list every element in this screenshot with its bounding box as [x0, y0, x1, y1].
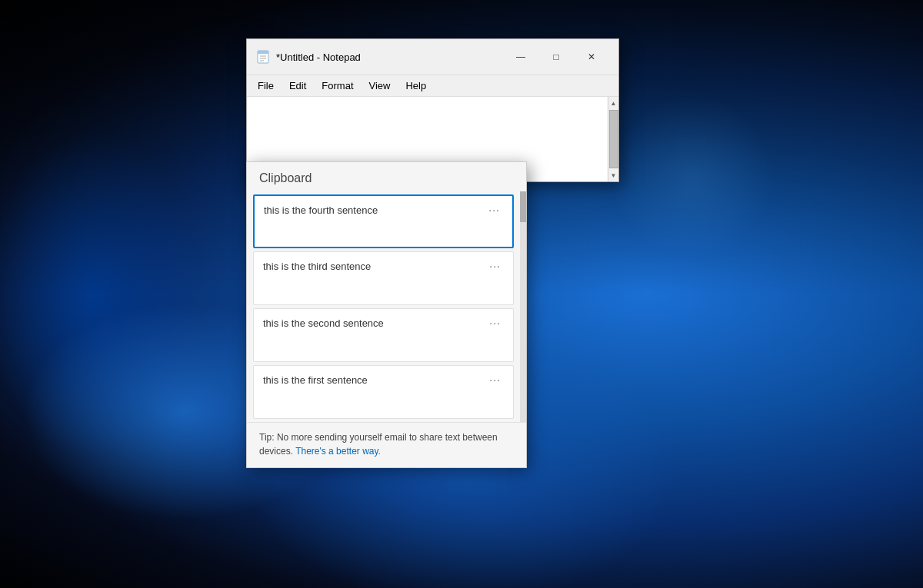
clipboard-item-3-text: this is the second sentence	[263, 317, 486, 331]
clipboard-item-3[interactable]: this is the second sentence ···	[253, 308, 514, 362]
scroll-down-arrow[interactable]: ▼	[608, 169, 619, 181]
tip-link[interactable]: There's a better way.	[295, 446, 381, 457]
menu-file[interactable]: File	[250, 77, 282, 95]
clipboard-scroll-container: this is the fourth sentence ··· this is …	[247, 191, 526, 422]
maximize-button[interactable]: □	[538, 45, 574, 68]
notepad-icon	[256, 50, 270, 64]
clipboard-scrollbar-thumb[interactable]	[520, 191, 526, 222]
clipboard-items-list: this is the fourth sentence ··· this is …	[247, 191, 520, 422]
notepad-window: *Untitled - Notepad — □ ✕ File Edit Form…	[246, 38, 619, 182]
minimize-button[interactable]: —	[503, 45, 538, 68]
title-bar: *Untitled - Notepad — □ ✕	[247, 39, 618, 75]
window-title: *Untitled - Notepad	[276, 51, 503, 63]
clipboard-tip: Tip: No more sending yourself email to s…	[247, 422, 526, 467]
clipboard-item-3-menu[interactable]: ···	[486, 317, 504, 329]
clipboard-item-1-text: this is the fourth sentence	[264, 204, 485, 218]
menu-edit[interactable]: Edit	[282, 77, 314, 95]
clipboard-item-2-text: this is the third sentence	[263, 260, 486, 274]
svg-rect-1	[258, 51, 268, 54]
clipboard-item-2[interactable]: this is the third sentence ···	[253, 251, 514, 305]
clipboard-item-4[interactable]: this is the first sentence ···	[253, 365, 514, 419]
clipboard-scrollbar[interactable]	[520, 191, 526, 422]
clipboard-item-1-menu[interactable]: ···	[485, 204, 503, 216]
clipboard-item-2-menu[interactable]: ···	[486, 260, 504, 272]
clipboard-item-4-text: this is the first sentence	[263, 374, 486, 387]
clipboard-item-4-menu[interactable]: ···	[486, 374, 504, 386]
menu-format[interactable]: Format	[314, 77, 361, 95]
clipboard-item-1[interactable]: this is the fourth sentence ···	[253, 194, 514, 248]
scroll-up-arrow[interactable]: ▲	[608, 97, 619, 109]
window-controls: — □ ✕	[503, 45, 609, 68]
menu-bar: File Edit Format View Help	[247, 75, 618, 97]
clipboard-title: Clipboard	[247, 162, 526, 191]
menu-view[interactable]: View	[362, 77, 398, 95]
vertical-scrollbar[interactable]: ▲ ▼	[608, 97, 618, 181]
menu-help[interactable]: Help	[398, 77, 434, 95]
clipboard-panel: Clipboard this is the fourth sentence ··…	[246, 161, 527, 468]
scroll-thumb[interactable]	[609, 110, 618, 168]
close-button[interactable]: ✕	[574, 45, 609, 68]
